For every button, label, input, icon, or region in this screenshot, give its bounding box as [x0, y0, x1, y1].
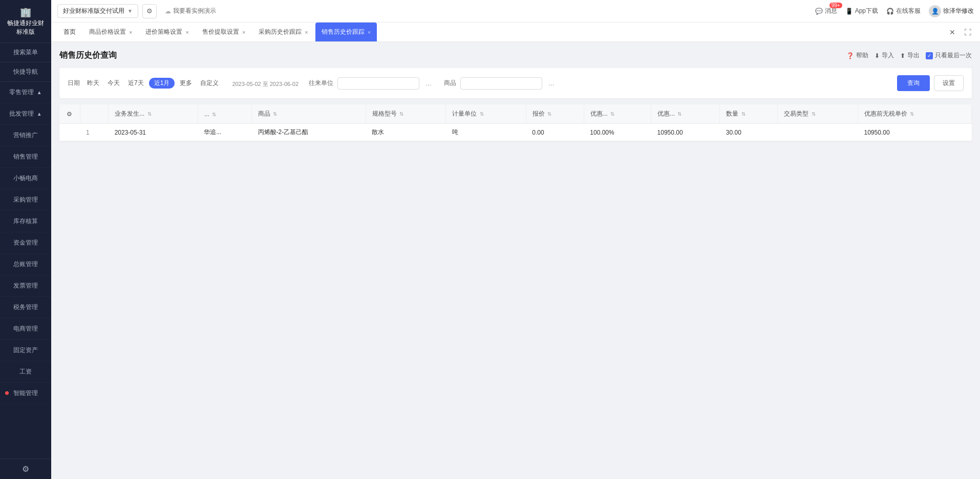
sidebar-item-salary[interactable]: 工资 [0, 361, 51, 383]
data-table: ⚙ 业务发生... ⇅ ... ⇅ 商品 ⇅ 规格型号 ⇅ 计量单位 ⇅ 报价 … [59, 104, 972, 141]
sidebar-item-sales[interactable]: 销售管理 [0, 146, 51, 168]
cell-trade-type [778, 124, 858, 141]
cell-quantity: 30.00 [720, 124, 778, 141]
tab-purchase-strategy-close[interactable]: × [185, 29, 188, 35]
filter-bar: 日期 昨天 今天 近7天 近1月 更多 自定义 2023-05-02 至 202… [59, 68, 972, 98]
tab-bar-controls: ✕ ⛶ [946, 26, 974, 38]
message-button[interactable]: 💬 消息 99+ [815, 7, 837, 15]
sidebar: 🏢 畅捷通好业财 标准版 搜索菜单 快捷导航 零售管理 ▲ 批发管理 ▲ 营销推… [0, 0, 51, 479]
sidebar-settings-icon[interactable]: ⚙ [0, 459, 51, 479]
headset-icon: 🎧 [886, 8, 894, 15]
topbar-right: 💬 消息 99+ 📱 App下载 🎧 在线客服 👤 徐泽华修改 [815, 5, 974, 17]
help-button[interactable]: ❓ 帮助 [846, 51, 868, 60]
app-download-label: App下载 [855, 7, 878, 15]
product-more-btn[interactable]: … [546, 80, 557, 87]
export-button[interactable]: ⬆ 导出 [900, 51, 920, 60]
tab-purchase-strategy-label: 进价策略设置 [145, 28, 182, 36]
import-label: 导入 [882, 51, 894, 60]
app-download-button[interactable]: 📱 App下载 [845, 7, 878, 15]
import-icon: ⬇ [875, 52, 880, 59]
export-label: 导出 [907, 51, 920, 60]
version-label: 好业财标准版交付试用 [63, 7, 124, 15]
user-name: 徐泽华修改 [943, 7, 974, 15]
sidebar-item-retail[interactable]: 零售管理 ▲ [0, 82, 51, 103]
sidebar-item-invoice[interactable]: 发票管理 [0, 275, 51, 297]
sidebar-item-ecommerce[interactable]: 电商管理 [0, 318, 51, 340]
tab-purchase-history-label: 采购历史价跟踪 [259, 28, 302, 36]
th-spec[interactable]: 规格型号 ⇅ [366, 104, 446, 124]
sidebar-item-smart[interactable]: 智能管理 [0, 383, 51, 404]
tab-home[interactable]: 首页 [57, 23, 82, 41]
tab-close-button[interactable]: ✕ [946, 26, 958, 38]
tab-price-setting[interactable]: 商品价格设置 × [83, 23, 138, 41]
source-unit-filter-group: 往来单位 … [309, 77, 434, 90]
th-discount2[interactable]: 优惠... ⇅ [651, 104, 720, 124]
th-pretax-price[interactable]: 优惠前无税单价 ⇅ [858, 104, 972, 124]
th-more1[interactable]: ... ⇅ [198, 104, 251, 124]
product-input[interactable] [460, 77, 542, 90]
th-discount1[interactable]: 优惠... ⇅ [584, 104, 651, 124]
date-option-last7[interactable]: 近7天 [125, 78, 147, 89]
help-icon: ❓ [846, 52, 854, 59]
tab-purchase-history[interactable]: 采购历史价跟踪 × [252, 23, 314, 41]
sidebar-item-finance[interactable]: 资金管理 [0, 232, 51, 254]
sidebar-search[interactable]: 搜索菜单 [0, 43, 51, 62]
th-quantity[interactable]: 数量 ⇅ [720, 104, 778, 124]
sidebar-item-inventory[interactable]: 库存核算 [0, 211, 51, 232]
query-button[interactable]: 查询 [897, 75, 930, 91]
tab-sales-history-close[interactable]: × [368, 29, 371, 35]
tab-bar: 首页 商品价格设置 × 进价策略设置 × 售价提取设置 × 采购历史价跟踪 × … [51, 23, 980, 42]
app-logo: 🏢 畅捷通好业财 标准版 [0, 0, 51, 43]
online-service-label: 在线客服 [896, 7, 921, 15]
th-product[interactable]: 商品 ⇅ [252, 104, 366, 124]
tab-price-setting-label: 商品价格设置 [89, 28, 126, 36]
tab-price-extract[interactable]: 售价提取设置 × [196, 23, 251, 41]
tab-price-extract-close[interactable]: × [242, 29, 245, 35]
tab-price-extract-label: 售价提取设置 [202, 28, 239, 36]
th-price[interactable]: 报价 ⇅ [526, 104, 584, 124]
show-last-checkbox[interactable]: ✓ 只看最后一次 [926, 51, 972, 60]
source-unit-input[interactable] [337, 77, 419, 90]
tab-purchase-history-close[interactable]: × [305, 29, 308, 35]
product-label: 商品 [444, 79, 456, 88]
date-option-last1month[interactable]: 近1月 [149, 78, 175, 89]
sidebar-item-tax[interactable]: 税务管理 [0, 297, 51, 318]
version-dropdown-arrow: ▼ [127, 8, 133, 14]
sidebar-item-ecommerce-small[interactable]: 小畅电商 [0, 168, 51, 189]
th-num [80, 104, 109, 124]
sidebar-quick-nav[interactable]: 快捷导航 [0, 62, 51, 82]
date-option-custom[interactable]: 自定义 [197, 78, 222, 89]
date-range: 2023-05-02 至 2023-06-02 [232, 80, 299, 88]
th-unit[interactable]: 计量单位 ⇅ [446, 104, 526, 124]
tab-maximize-button[interactable]: ⛶ [962, 26, 974, 38]
online-service-button[interactable]: 🎧 在线客服 [886, 7, 921, 15]
date-option-yesterday[interactable]: 昨天 [84, 78, 102, 89]
sidebar-item-wholesale[interactable]: 批发管理 ▲ [0, 103, 51, 125]
tab-purchase-strategy[interactable]: 进价策略设置 × [139, 23, 195, 41]
sidebar-item-fixed-assets[interactable]: 固定资产 [0, 340, 51, 361]
table-container: ⚙ 业务发生... ⇅ ... ⇅ 商品 ⇅ 规格型号 ⇅ 计量单位 ⇅ 报价 … [59, 104, 972, 141]
th-date[interactable]: 业务发生... ⇅ [109, 104, 198, 124]
settings-button[interactable]: 设置 [934, 75, 964, 91]
import-button[interactable]: ⬇ 导入 [875, 51, 894, 60]
source-unit-more-btn[interactable]: … [423, 80, 434, 87]
date-option-today[interactable]: 今天 [104, 78, 123, 89]
topbar-settings-button[interactable]: ⚙ [142, 4, 157, 18]
th-settings[interactable]: ⚙ [59, 104, 80, 124]
version-selector[interactable]: 好业财标准版交付试用 ▼ [57, 4, 138, 18]
tab-sales-history-label: 销售历史价跟踪 [322, 28, 365, 36]
sidebar-item-purchase[interactable]: 采购管理 [0, 189, 51, 211]
sidebar-item-accounting[interactable]: 总账管理 [0, 254, 51, 275]
date-filter-label: 日期 [68, 79, 80, 88]
sidebar-item-marketing[interactable]: 营销推广 [0, 125, 51, 146]
cell-discount2: 10950.00 [651, 124, 720, 141]
th-trade-type[interactable]: 交易类型 ⇅ [778, 104, 858, 124]
demo-link[interactable]: ☁ 我要看实例演示 [165, 7, 216, 15]
export-icon: ⬆ [900, 52, 905, 59]
tab-price-setting-close[interactable]: × [129, 29, 132, 35]
tab-sales-history[interactable]: 销售历史价跟踪 × [315, 23, 377, 41]
page-actions: ❓ 帮助 ⬇ 导入 ⬆ 导出 ✓ 只看最后一次 [846, 51, 972, 60]
date-option-more[interactable]: 更多 [177, 78, 195, 89]
table-header: ⚙ 业务发生... ⇅ ... ⇅ 商品 ⇅ 规格型号 ⇅ 计量单位 ⇅ 报价 … [59, 104, 972, 124]
user-info[interactable]: 👤 徐泽华修改 [929, 5, 974, 17]
